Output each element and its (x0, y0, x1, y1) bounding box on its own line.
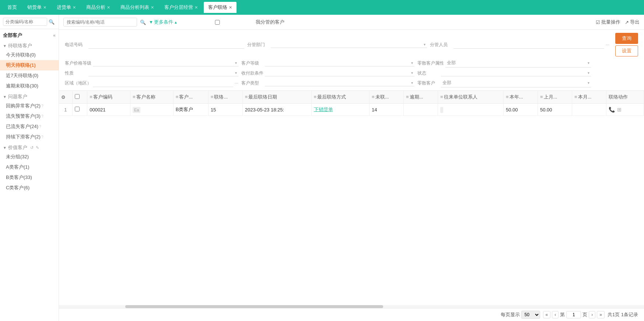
unit-contacts (438, 104, 504, 116)
col-actions: 联络动作 (606, 91, 644, 104)
phone-action-icon[interactable]: 📞 (609, 107, 615, 113)
pagination-bar: 每页显示 50 100 200 « ‹ 第 页 › » 共1页 1条记录 (59, 308, 644, 321)
more-icon[interactable]: ··· (235, 80, 238, 86)
col-name[interactable]: ≡客户名称 (130, 91, 173, 104)
adv-customer-type-field: 客户类型 ▾ (241, 80, 415, 86)
first-page-btn[interactable]: « (543, 311, 551, 318)
nature-select[interactable]: ▾ (88, 70, 238, 76)
more-icon[interactable]: ··· (606, 42, 609, 47)
col-last-contact-date[interactable]: ≡最后联络日期 (242, 91, 311, 104)
collapse-icon[interactable]: « (53, 33, 56, 38)
sidebar-item-declining[interactable]: 持续下滑客户(2) ? (0, 132, 59, 142)
nav-close-icon[interactable]: ✕ (43, 5, 46, 10)
my-customers-check[interactable] (181, 20, 254, 25)
sidebar-item-class-c[interactable]: C类客户(6) (0, 183, 59, 193)
page-number-input[interactable] (566, 311, 581, 318)
retail-customer-select[interactable]: 全部 ▾ (441, 79, 591, 87)
col-type[interactable]: ≡客户... (173, 91, 208, 104)
sidebar-item-churned[interactable]: 已流失客户(24) ? (0, 121, 59, 132)
dept-select[interactable]: ▾ (271, 41, 427, 48)
customer-type-select[interactable]: ▾ (265, 80, 415, 86)
settings-button[interactable]: 设置 (615, 45, 638, 56)
row-num: 1 (59, 104, 72, 116)
all-customers-header[interactable]: 全部客户 « (0, 29, 59, 40)
select-all-checkbox[interactable] (75, 94, 80, 99)
phone-input[interactable] (88, 41, 244, 49)
page-size-select[interactable]: 50 100 200 (521, 311, 540, 319)
help-icon[interactable]: ? (39, 125, 41, 129)
contact-count: 15 (208, 104, 242, 116)
last-contact-date: 2023-05-23 18:25: (242, 104, 311, 116)
value-edit-icon[interactable]: ✎ (36, 145, 39, 150)
horizontal-scrollbar[interactable] (59, 305, 644, 308)
sidebar-item-repurchase-abnormal[interactable]: 回购异常客户(2) ? (0, 101, 59, 111)
retail-attr-select[interactable]: 全部 ▾ (445, 59, 591, 68)
my-customers-checkbox[interactable]: 我分管的客户 (181, 19, 284, 25)
col-this-year[interactable]: ≡本年... (503, 91, 538, 104)
value-refresh-icon[interactable]: ↺ (30, 145, 34, 150)
help-icon[interactable]: ? (41, 104, 43, 108)
nav-customer-tier[interactable]: 客户分层经营 ✕ (160, 2, 202, 13)
col-checkbox (72, 91, 87, 104)
col-settings[interactable]: ⚙ (59, 91, 72, 104)
nav-sales-order[interactable]: 销货单 ✕ (23, 2, 51, 13)
sidebar-item-class-a[interactable]: A类客户(1) (0, 162, 59, 172)
status-select[interactable]: ▾ (441, 70, 591, 76)
sidebar-item-class-b[interactable]: B类客户(33) (0, 172, 59, 183)
nav-product-analysis-list[interactable]: 商品分析列表 ✕ (116, 2, 158, 13)
col-last-month[interactable]: ≡上月... (538, 91, 572, 104)
col-unit-contacts[interactable]: ≡往来单位联系人 (438, 91, 504, 104)
payment-terms-select[interactable]: ▾ (265, 70, 415, 76)
person-input[interactable] (454, 41, 604, 49)
nav-close-icon[interactable]: ✕ (73, 5, 76, 10)
col-last-contact-method[interactable]: ≡最后联络方式 (311, 91, 369, 104)
sidebar-item-today[interactable]: 今天待联络(0) (0, 50, 59, 60)
nav-home[interactable]: 首页 (3, 2, 21, 13)
sidebar-search-icon[interactable]: 🔍 (49, 19, 55, 25)
customer-table: ⚙ ≡客户编码 ≡客户名称 ≡客户... ≡联络... ≡最后联络日期 ≡最后联… (59, 91, 644, 116)
query-button[interactable]: 查询 (615, 33, 638, 44)
value-customer-group-label: ▼ 价值客户 ↺ ✎ (0, 142, 59, 152)
grid-action-icon[interactable]: ⊞ (617, 107, 622, 113)
problem-customer-group-label: ▼ 问题客户 (0, 91, 59, 101)
col-overdue[interactable]: ≡逾期... (404, 91, 438, 104)
scrollbar-thumb[interactable] (125, 305, 383, 308)
chevron-down-icon: ▾ (588, 71, 589, 75)
nav-close-icon[interactable]: ✕ (195, 5, 198, 10)
export-btn[interactable]: ↗ 导出 (625, 19, 640, 25)
col-code[interactable]: ≡客户编码 (87, 91, 130, 104)
search-input[interactable] (63, 18, 137, 27)
nav-product-analysis[interactable]: 商品分析 ✕ (82, 2, 115, 13)
region-input[interactable] (93, 79, 233, 87)
filter-icon: ▼ (149, 20, 153, 25)
batch-ops-btn[interactable]: ☑ 批量操作 (596, 19, 620, 25)
help-icon[interactable]: ? (41, 135, 43, 139)
nav-close-active-icon[interactable]: ✕ (229, 5, 232, 10)
sidebar-item-unclassified[interactable]: 未分组(32) (0, 152, 59, 162)
triangle-icon: ▼ (3, 44, 7, 48)
more-conditions-btn[interactable]: ▼ 更多条件 ▲ (149, 19, 178, 25)
category-search-input[interactable] (3, 18, 47, 26)
row-select-checkbox[interactable] (75, 107, 80, 111)
filter-search-icon[interactable]: 🔍 (140, 20, 146, 25)
adv-dept-field: 分管部门 ▾ (247, 41, 427, 48)
next-page-btn[interactable]: › (589, 311, 595, 318)
nav-close-icon[interactable]: ✕ (107, 5, 110, 10)
help-icon[interactable]: ? (41, 114, 43, 118)
col-this-month[interactable]: ≡本月... (572, 91, 606, 104)
sidebar-item-overdue[interactable]: 逾期未联络(30) (0, 81, 59, 91)
col-not-contacted[interactable]: ≡未联... (370, 91, 404, 104)
col-contacts[interactable]: ≡联络... (208, 91, 242, 104)
last-page-btn[interactable]: » (597, 311, 605, 318)
row-checkbox (72, 104, 87, 116)
nav-purchase-order[interactable]: 进货单 ✕ (52, 2, 80, 13)
sidebar-item-7days[interactable]: 近7天待联络(0) (0, 70, 59, 81)
price-level-select[interactable]: ▾ (93, 60, 238, 66)
nav-customer-contact[interactable]: 客户联络 ✕ (204, 2, 237, 13)
customer-level-select[interactable]: ▾ (265, 60, 415, 66)
sidebar-item-churn-warning[interactable]: 流失预警客户(3) ? (0, 111, 59, 121)
sidebar-item-tomorrow[interactable]: 明天待联络(1) (0, 60, 59, 70)
filter-bar: 🔍 ▼ 更多条件 ▲ 我分管的客户 ☑ 批量操作 ↗ 导出 (59, 15, 644, 30)
nav-close-icon[interactable]: ✕ (151, 5, 154, 10)
prev-page-btn[interactable]: ‹ (552, 311, 559, 318)
